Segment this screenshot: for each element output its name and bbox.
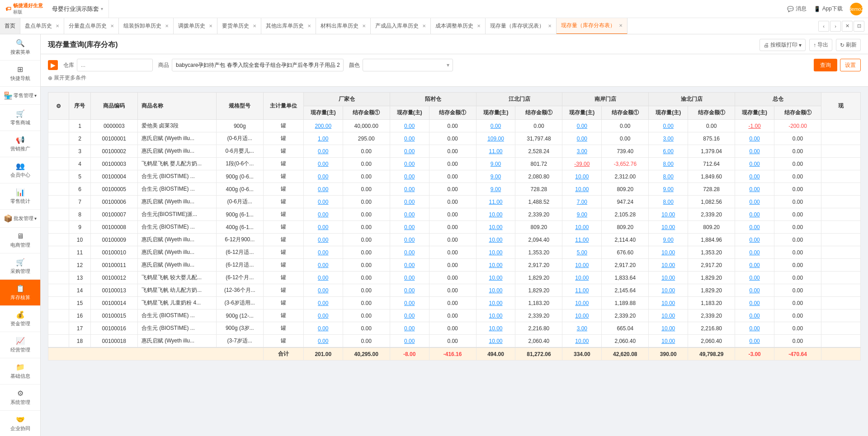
qty-link[interactable]: 0.00 bbox=[749, 275, 760, 281]
qty-link[interactable]: 10.00 bbox=[661, 275, 675, 281]
qty-link[interactable]: 0.00 bbox=[318, 199, 328, 205]
qty-link[interactable]: 0.00 bbox=[749, 338, 760, 344]
tab-expand-btn[interactable]: ⊡ bbox=[854, 21, 864, 32]
qty-link[interactable]: 0.00 bbox=[749, 199, 760, 205]
sidebar-item-retail-mgmt[interactable]: 🏪 零售管理 ▾ bbox=[0, 87, 40, 105]
sidebar-item-retail-stats[interactable]: 📊 零售统计 bbox=[0, 183, 40, 210]
qty-link[interactable]: 109.00 bbox=[487, 136, 504, 142]
sidebar-item-finance[interactable]: 💰 资金管理 bbox=[0, 306, 40, 332]
qty-link[interactable]: 10.00 bbox=[489, 237, 502, 243]
qty-link[interactable]: 0.00 bbox=[404, 287, 415, 294]
qty-link[interactable]: 11.00 bbox=[575, 237, 589, 243]
tab-material-out[interactable]: 材料出库单历史 ✕ bbox=[316, 18, 371, 34]
qty-link[interactable]: 0.00 bbox=[318, 237, 328, 243]
sidebar-item-member[interactable]: 👥 会员中心 bbox=[0, 157, 40, 183]
sidebar-item-nav[interactable]: ⊞ 快捷导航 bbox=[0, 61, 40, 87]
qty-link[interactable]: -1.00 bbox=[748, 123, 760, 129]
qty-link[interactable]: 0.00 bbox=[749, 173, 760, 180]
close-icon[interactable]: ✕ bbox=[307, 23, 311, 28]
qty-link[interactable]: 10.00 bbox=[661, 249, 675, 256]
qty-link[interactable]: 11.00 bbox=[489, 199, 502, 205]
qty-link[interactable]: 5.00 bbox=[577, 249, 587, 256]
qty-link[interactable]: 10.00 bbox=[661, 300, 675, 306]
qty-link[interactable]: 9.00 bbox=[577, 211, 587, 218]
tab-cost-adjust[interactable]: 成本调整单历史 ✕ bbox=[431, 18, 486, 34]
qty-link[interactable]: 0.00 bbox=[749, 237, 760, 243]
tab-product-in[interactable]: 产成品入库单历史 ✕ bbox=[371, 18, 431, 34]
qty-link[interactable]: 0.00 bbox=[404, 338, 415, 344]
qty-link[interactable]: 0.00 bbox=[318, 262, 328, 268]
qty-link[interactable]: 10.00 bbox=[489, 338, 502, 344]
qty-link[interactable]: 0.00 bbox=[318, 338, 328, 344]
qty-link[interactable]: 0.00 bbox=[404, 161, 415, 167]
qty-link[interactable]: 9.00 bbox=[491, 161, 501, 167]
qty-link[interactable]: 0.00 bbox=[318, 287, 328, 294]
qty-link[interactable]: 0.00 bbox=[749, 224, 760, 230]
qty-link[interactable]: 0.00 bbox=[318, 161, 328, 167]
qty-link[interactable]: 3.00 bbox=[577, 325, 587, 332]
qty-link[interactable]: 8.00 bbox=[663, 161, 674, 167]
qty-link[interactable]: 0.00 bbox=[749, 186, 760, 192]
qty-link[interactable]: 200.00 bbox=[315, 123, 331, 129]
qty-link[interactable]: 0.00 bbox=[749, 300, 760, 306]
filter-expand-btn[interactable]: ⊕ 展开更多条件 bbox=[48, 74, 861, 82]
qty-link[interactable]: 0.00 bbox=[663, 123, 674, 129]
qty-link[interactable]: 10.00 bbox=[489, 287, 502, 294]
qty-link[interactable]: 0.00 bbox=[491, 123, 501, 129]
close-icon[interactable]: ✕ bbox=[110, 23, 114, 28]
close-icon[interactable]: ✕ bbox=[209, 23, 212, 28]
sidebar-item-wholesale[interactable]: 📦 批发管理 ▾ bbox=[0, 210, 40, 228]
qty-link[interactable]: 10.00 bbox=[489, 262, 502, 268]
qty-link[interactable]: 0.00 bbox=[404, 148, 415, 155]
close-icon[interactable]: ✕ bbox=[477, 23, 481, 28]
qty-link[interactable]: 1.00 bbox=[318, 136, 328, 142]
qty-link[interactable]: 0.00 bbox=[404, 211, 415, 218]
qty-link[interactable]: 0.00 bbox=[749, 325, 760, 332]
qty-link[interactable]: 10.00 bbox=[575, 313, 589, 319]
tab-combo-dismantle[interactable]: 组装拆卸单历史 ✕ bbox=[119, 18, 174, 34]
avatar[interactable]: demo2 bbox=[850, 3, 863, 15]
qty-link[interactable]: 0.00 bbox=[404, 199, 415, 205]
qty-link[interactable]: 7.00 bbox=[577, 199, 587, 205]
message-btn[interactable]: 💬 消息 bbox=[787, 5, 807, 13]
qty-link[interactable]: 10.00 bbox=[661, 338, 675, 344]
qty-link[interactable]: 10.00 bbox=[489, 313, 502, 319]
close-icon[interactable]: ✕ bbox=[422, 23, 426, 28]
qty-link[interactable]: 11.00 bbox=[489, 148, 502, 155]
sidebar-item-system[interactable]: ⚙ 系统管理 bbox=[0, 384, 40, 411]
qty-link[interactable]: 10.00 bbox=[661, 325, 675, 332]
sidebar-item-inventory[interactable]: 📋 库存核算 bbox=[0, 280, 40, 306]
qty-link[interactable]: 0.00 bbox=[404, 325, 415, 332]
export-btn[interactable]: ↑ 导出 bbox=[809, 39, 832, 51]
app-download-btn[interactable]: 📱 App下载 bbox=[814, 5, 843, 13]
qty-link[interactable]: 0.00 bbox=[577, 136, 587, 142]
sidebar-item-retail-shop[interactable]: 🛒 零售商城 bbox=[0, 105, 40, 131]
qty-link[interactable]: 0.00 bbox=[404, 249, 415, 256]
qty-link[interactable]: 0.00 bbox=[404, 136, 415, 142]
qty-link[interactable]: 10.00 bbox=[575, 300, 589, 306]
qty-link[interactable]: 0.00 bbox=[749, 313, 760, 319]
tab-inventory-single[interactable]: 盘点单历史 ✕ bbox=[20, 18, 64, 34]
refresh-btn[interactable]: ↻ 刷新 bbox=[836, 39, 861, 51]
qty-link[interactable]: 9.00 bbox=[663, 237, 674, 243]
qty-link[interactable]: 11.00 bbox=[575, 287, 589, 294]
sidebar-item-ecommerce[interactable]: 🖥 电商管理 bbox=[0, 228, 40, 253]
qty-link[interactable]: 10.00 bbox=[489, 249, 502, 256]
close-icon[interactable]: ✕ bbox=[56, 23, 59, 28]
qty-link[interactable]: 10.00 bbox=[575, 173, 589, 180]
table-scroll-wrap[interactable]: ⚙ 序号 商品编码 商品名称 规格型号 主计量单位 厂家仓 陌村仓 江北门店 南… bbox=[48, 87, 861, 361]
qty-link[interactable]: 0.00 bbox=[749, 136, 760, 142]
qty-link[interactable]: 0.00 bbox=[404, 224, 415, 230]
qty-link[interactable]: 10.00 bbox=[661, 211, 675, 218]
qty-link[interactable]: 6.00 bbox=[663, 148, 674, 155]
qty-link[interactable]: 8.00 bbox=[663, 199, 674, 205]
qty-link[interactable]: 10.00 bbox=[489, 325, 502, 332]
qty-link[interactable]: 0.00 bbox=[404, 300, 415, 306]
tab-purchase-order[interactable]: 要货单历史 ✕ bbox=[217, 18, 261, 34]
tab-stock-dist[interactable]: 现存量（库存分布表） ✕ bbox=[557, 18, 627, 34]
qty-link[interactable]: 10.00 bbox=[661, 287, 675, 294]
qty-link[interactable]: 0.00 bbox=[318, 249, 328, 256]
qty-link[interactable]: 0.00 bbox=[318, 313, 328, 319]
qty-link[interactable]: 9.00 bbox=[663, 186, 674, 192]
qty-link[interactable]: 0.00 bbox=[749, 249, 760, 256]
